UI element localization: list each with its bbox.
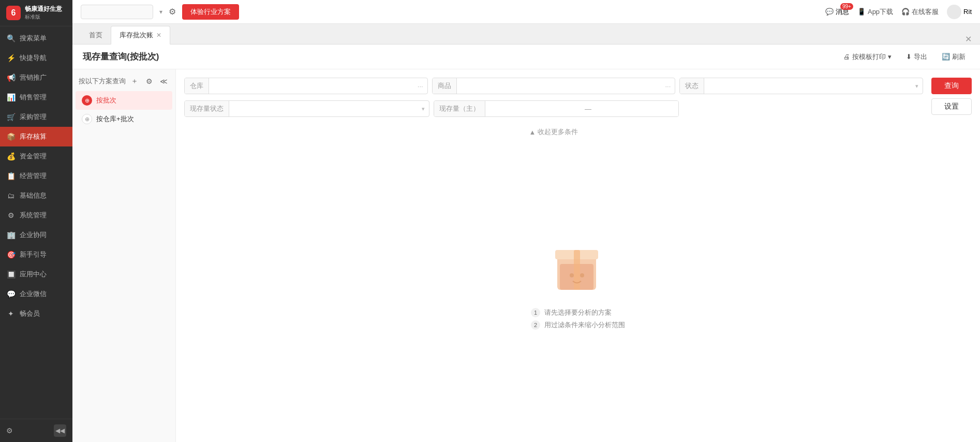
sidebar-item-guide[interactable]: 🎯 新手引导 — [0, 245, 72, 264]
sidebar-item-enterprise[interactable]: 🏢 企业协同 — [0, 225, 72, 245]
tip-num-1: 1 — [531, 308, 540, 317]
page-actions: 🖨 按模板打印 ▾ ⬇ 导出 🔄 刷新 — [839, 50, 970, 64]
sidebar-item-quick-nav[interactable]: ⚡ 快捷导航 — [0, 48, 72, 68]
collapse-left-btn[interactable]: ≪ — [158, 76, 169, 87]
tip-item-1: 1 请先选择要分析的方案 — [531, 308, 625, 317]
sidebar-item-label: 新手引导 — [20, 250, 47, 259]
empty-illustration — [547, 241, 609, 298]
grid-icon: 🔲 — [6, 270, 16, 279]
export-icon: ⬇ — [906, 53, 912, 61]
left-panel: 按以下方案查询 ＋ ⚙ ≪ ⊕ 按批次 ⊕ 按仓库+批次 — [72, 69, 176, 442]
sidebar-item-label: 搜索菜单 — [20, 34, 47, 43]
sidebar-item-inventory[interactable]: 📦 库存核算 — [0, 127, 72, 146]
messages-btn[interactable]: 💬 消息 99+ — [825, 7, 849, 17]
topbar-settings-icon[interactable]: ⚙ — [169, 7, 176, 17]
sidebar-item-operations[interactable]: 📋 经营管理 — [0, 166, 72, 186]
refresh-btn[interactable]: 🔄 刷新 — [938, 50, 970, 64]
tip-text-2: 用过滤条件来缩小分析范围 — [544, 320, 625, 330]
plan-icon-batch: ⊕ — [82, 95, 92, 106]
headset-icon: 🎧 — [901, 8, 910, 16]
search-chevron-icon[interactable]: ▾ — [159, 8, 162, 16]
trial-btn[interactable]: 体验行业方案 — [182, 4, 239, 20]
inventory-qty-to-input[interactable] — [596, 101, 679, 116]
plan-item-by-warehouse-batch[interactable]: ⊕ 按仓库+批次 — [76, 110, 172, 128]
search-icon: 🔍 — [6, 34, 16, 43]
sidebar-item-basics[interactable]: 🗂 基础信息 — [0, 186, 72, 205]
money-icon: 💰 — [6, 152, 16, 161]
sidebar-footer: ⚙ ◀◀ — [0, 419, 72, 442]
sidebar-item-app-center[interactable]: 🔲 应用中心 — [0, 264, 72, 284]
sidebar-collapse-btn[interactable]: ◀◀ — [54, 424, 66, 437]
gear-icon: ⚙ — [6, 211, 16, 220]
sidebar-item-purchase[interactable]: 🛒 采购管理 — [0, 107, 72, 127]
chevron-up-icon: ▲ — [529, 128, 536, 136]
clipboard-icon: 📋 — [6, 171, 16, 181]
settings-icon[interactable]: ⚙ — [6, 426, 13, 435]
user-menu[interactable]: Rit — [947, 5, 972, 19]
megaphone-icon: 📢 — [6, 73, 16, 82]
qty-dash: — — [581, 105, 596, 113]
sidebar-item-label: 系统管理 — [20, 211, 47, 220]
print-template-label: 按模板打印 — [852, 52, 886, 62]
sidebar-header: 6 畅康通好生意 标准版 — [0, 0, 72, 26]
svg-point-5 — [580, 273, 584, 277]
inventory-qty-label: 现存量（主） — [434, 101, 485, 116]
status-caret-icon[interactable]: ▾ — [911, 83, 923, 90]
tabbar: 首页 库存批次账 ✕ ✕ — [72, 24, 980, 45]
sidebar-item-corp-wechat[interactable]: 💬 企业微信 — [0, 284, 72, 304]
sidebar-item-marketing[interactable]: 📢 营销推广 — [0, 68, 72, 87]
warehouse-input[interactable] — [209, 78, 413, 94]
inventory-status-caret-icon[interactable]: ▾ — [418, 106, 429, 112]
online-service-btn[interactable]: 🎧 在线客服 — [901, 7, 939, 17]
plan-item-by-batch[interactable]: ⊕ 按批次 — [76, 91, 172, 110]
filter-wrapper: 仓库 ··· 商品 ··· — [184, 78, 972, 137]
plan-label-warehouse-batch: 按仓库+批次 — [96, 114, 134, 124]
sidebar-item-search[interactable]: 🔍 搜索菜单 — [0, 28, 72, 48]
sidebar-item-label: 经营管理 — [20, 171, 47, 181]
sidebar-item-member[interactable]: ✦ 畅会员 — [0, 304, 72, 323]
filter-row-1: 仓库 ··· 商品 ··· — [184, 78, 923, 94]
sidebar-item-finance[interactable]: 💰 资金管理 — [0, 146, 72, 166]
goods-more-icon[interactable]: ··· — [661, 82, 675, 90]
export-label: 导出 — [914, 52, 927, 62]
tab-close-icon[interactable]: ✕ — [156, 32, 161, 39]
tip-num-2: 2 — [531, 320, 540, 330]
app-download-btn[interactable]: 📱 App下载 — [857, 7, 893, 17]
sidebar-item-sales[interactable]: 📊 销售管理 — [0, 87, 72, 107]
lightning-icon: ⚡ — [6, 53, 16, 63]
svg-point-4 — [570, 273, 574, 277]
sidebar-item-label: 应用中心 — [20, 270, 47, 279]
user-name: Rit — [963, 8, 972, 16]
export-btn[interactable]: ⬇ 导出 — [902, 50, 931, 64]
plan-icon-warehouse-batch: ⊕ — [82, 114, 92, 124]
folder-icon: 🗂 — [6, 191, 16, 200]
right-panel: 仓库 ··· 商品 ··· — [176, 69, 980, 442]
collapse-btn[interactable]: ▲ 收起更多条件 — [184, 123, 923, 137]
empty-state: 1 请先选择要分析的方案 2 用过滤条件来缩小分析范围 — [184, 137, 972, 434]
topbar-search[interactable] — [81, 5, 153, 19]
tab-home[interactable]: 首页 — [81, 26, 111, 44]
sidebar-item-label: 库存核算 — [20, 132, 47, 141]
inventory-qty-from-input[interactable] — [485, 101, 581, 116]
messages-badge: 99+ — [840, 3, 853, 10]
warehouse-more-icon[interactable]: ··· — [413, 82, 427, 90]
filter-fields: 仓库 ··· 商品 ··· — [184, 78, 923, 137]
print-dropdown-icon[interactable]: ▾ — [888, 53, 892, 61]
close-panel-icon[interactable]: ✕ — [965, 34, 972, 44]
sidebar-item-label: 企业微信 — [20, 289, 47, 299]
sidebar: 6 畅康通好生意 标准版 🔍 搜索菜单 ⚡ 快捷导航 📢 营销推广 📊 — [0, 0, 72, 442]
plan-settings-btn[interactable]: ⚙ — [143, 76, 155, 87]
main-area: ▾ ⚙ 体验行业方案 💬 消息 99+ 📱 App下载 🎧 在线客服 — [72, 0, 980, 442]
query-btn[interactable]: 查询 — [931, 78, 972, 94]
add-plan-btn[interactable]: ＋ — [129, 76, 140, 87]
tab-inventory-batch[interactable]: 库存批次账 ✕ — [111, 26, 170, 45]
sidebar-item-system[interactable]: ⚙ 系统管理 — [0, 205, 72, 225]
setup-btn[interactable]: 设置 — [931, 98, 972, 115]
cart-icon: 🛒 — [6, 112, 16, 122]
search-input[interactable] — [85, 8, 149, 16]
goods-input[interactable] — [457, 78, 661, 94]
page-title: 现存量查询(按批次) — [83, 51, 839, 63]
tip-text-1: 请先选择要分析的方案 — [544, 308, 612, 317]
avatar — [947, 5, 961, 19]
print-template-btn[interactable]: 🖨 按模板打印 ▾ — [839, 50, 896, 64]
